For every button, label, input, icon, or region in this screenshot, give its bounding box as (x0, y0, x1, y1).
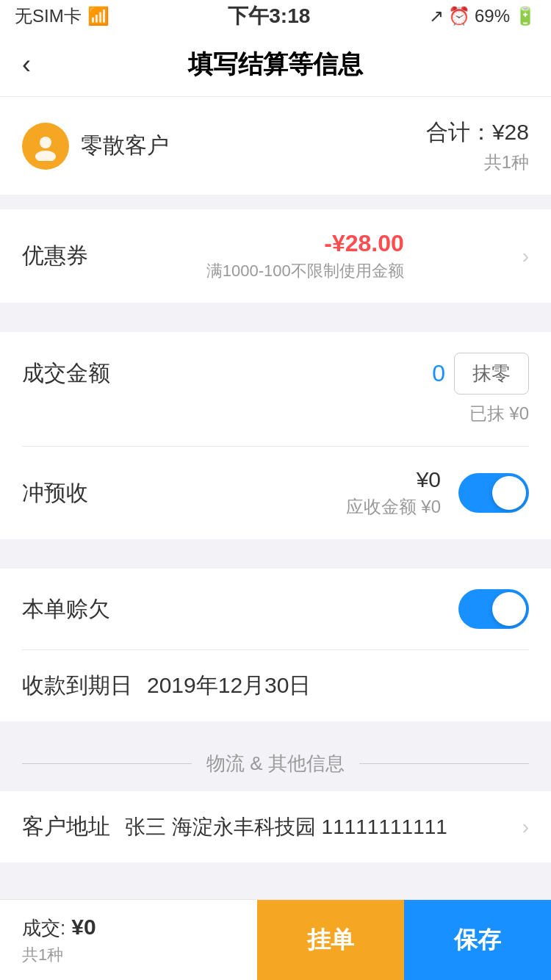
deal-amount-card: 成交金额 抹零 已抹 ¥0 冲预收 ¥0 应收金额 ¥0 (0, 332, 551, 539)
credit-row: 本单赊欠 (22, 589, 529, 629)
alarm-icon: ⏰ (448, 6, 470, 26)
address-label: 客户地址 (22, 812, 110, 842)
customer-avatar (22, 123, 69, 170)
coupon-chevron: › (522, 245, 529, 268)
prepay-right: ¥0 应收金额 ¥0 (346, 467, 529, 519)
prepay-values: ¥0 应收金额 ¥0 (346, 467, 441, 519)
hold-button[interactable]: 挂单 (257, 900, 404, 980)
deal-amount-label: 成交金额 (22, 359, 110, 389)
coupon-label: 优惠券 (22, 241, 88, 271)
coupon-row[interactable]: 优惠券 -¥28.00 满1000-100不限制使用金额 › (0, 209, 551, 303)
deal-amount-section: 成交金额 抹零 已抹 ¥0 (0, 332, 551, 446)
logistics-header-text: 物流 & 其他信息 (206, 751, 345, 777)
bottom-bar: 成交: ¥0 共1种 挂单 保存 (0, 899, 551, 980)
logistics-section-header: 物流 & 其他信息 (0, 736, 551, 791)
section-divider-2 (0, 554, 551, 569)
customer-count: 共1种 (426, 151, 529, 174)
credit-label: 本单赊欠 (22, 594, 110, 624)
round-button[interactable]: 抹零 (454, 353, 529, 394)
due-date-label: 收款到期日 (22, 671, 132, 701)
address-row[interactable]: 客户地址 张三 海淀永丰科技园 11111111111 › (0, 791, 551, 862)
customer-row: 零散客户 合计：¥28 共1种 (0, 97, 551, 195)
svg-point-0 (40, 137, 51, 148)
deal-amount-input[interactable] (357, 360, 445, 387)
due-date-row[interactable]: 收款到期日 2019年12月30日 (0, 650, 551, 721)
customer-left: 零散客户 (22, 123, 169, 170)
credit-toggle-knob (492, 592, 526, 626)
deal-amount-sub: 已抹 ¥0 (22, 402, 529, 425)
prepay-row: 冲预收 ¥0 应收金额 ¥0 (22, 467, 529, 519)
battery-icon: 🔋 (514, 6, 536, 26)
page-title: 填写结算等信息 (188, 48, 363, 82)
status-right: ↗ ⏰ 69% 🔋 (429, 6, 536, 26)
prepay-label: 冲预收 (22, 478, 88, 508)
customer-card: 零散客户 合计：¥28 共1种 (0, 97, 551, 195)
status-bar: 无SIM卡 📶 下午3:18 ↗ ⏰ 69% 🔋 (0, 0, 551, 32)
main-content: 零散客户 合计：¥28 共1种 优惠券 -¥28.00 满1000-100不限制… (0, 97, 551, 958)
deal-amount-row: 成交金额 抹零 (22, 353, 529, 394)
svg-point-1 (35, 151, 56, 161)
prepay-toggle[interactable] (458, 473, 529, 513)
coupon-card[interactable]: 优惠券 -¥28.00 满1000-100不限制使用金额 › (0, 209, 551, 303)
address-chevron: › (522, 815, 529, 839)
address-card[interactable]: 客户地址 张三 海淀永丰科技园 11111111111 › (0, 791, 551, 862)
prepay-sub: 应收金额 ¥0 (346, 495, 441, 519)
prepay-value: ¥0 (346, 467, 441, 492)
battery-text: 69% (475, 6, 510, 26)
customer-total: 合计：¥28 (426, 118, 529, 148)
credit-toggle[interactable] (458, 589, 529, 629)
carrier-text: 无SIM卡 (15, 4, 82, 28)
bottom-count: 共1种 (22, 944, 235, 966)
customer-summary: 合计：¥28 共1种 (426, 118, 529, 174)
due-date-value: 2019年12月30日 (147, 671, 311, 701)
bottom-deal-label: 成交: (22, 915, 65, 941)
prepay-section: 冲预收 ¥0 应收金额 ¥0 (0, 447, 551, 539)
header-line-left (22, 763, 192, 764)
section-divider-1 (0, 317, 551, 332)
bottom-info: 成交: ¥0 共1种 (0, 900, 257, 980)
bottom-amount: ¥0 (71, 915, 96, 940)
header-line-right (359, 763, 529, 764)
prepay-toggle-knob (492, 476, 526, 510)
coupon-desc: 满1000-100不限制使用金额 (206, 260, 404, 282)
status-left: 无SIM卡 📶 (15, 4, 109, 28)
coupon-right: -¥28.00 满1000-100不限制使用金额 (206, 230, 404, 282)
credit-section: 本单赊欠 (0, 569, 551, 649)
coupon-amount: -¥28.00 (206, 230, 404, 257)
deal-amount-right: 抹零 (357, 353, 529, 394)
wifi-icon: 📶 (87, 6, 109, 26)
credit-card: 本单赊欠 收款到期日 2019年12月30日 (0, 569, 551, 721)
location-icon: ↗ (429, 6, 444, 26)
customer-name: 零散客户 (81, 131, 169, 161)
nav-bar: ‹ 填写结算等信息 (0, 32, 551, 97)
address-value: 张三 海淀永丰科技园 11111111111 (125, 813, 522, 841)
back-button[interactable]: ‹ (22, 49, 31, 80)
save-button[interactable]: 保存 (404, 900, 551, 980)
status-time: 下午3:18 (228, 2, 310, 30)
